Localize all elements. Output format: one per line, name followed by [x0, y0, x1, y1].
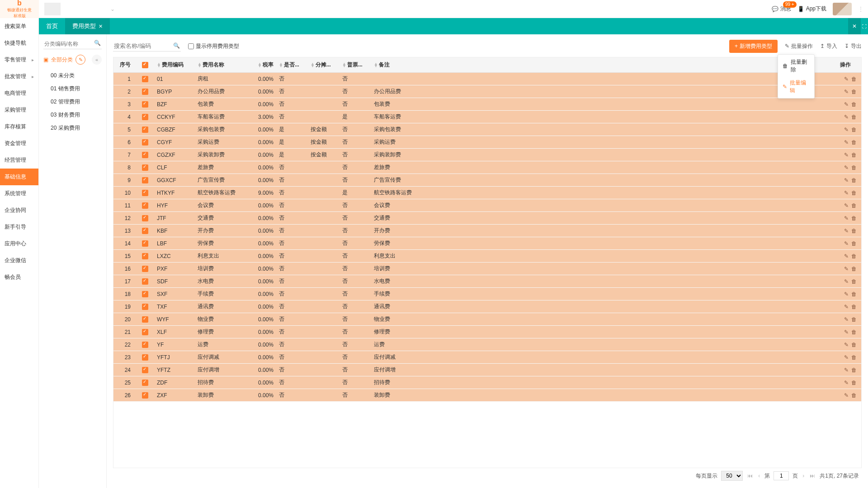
sidebar-item[interactable]: 批发管理▸ [0, 68, 38, 85]
row-edit-icon[interactable]: ✎ [844, 316, 849, 323]
table-row[interactable]: 5CGBZF采购包装费0.00%是按金额否采购包装费✎🗑 [113, 123, 861, 136]
row-checkbox[interactable] [142, 215, 148, 221]
sidebar-item[interactable]: 系统管理 [0, 185, 38, 202]
sidebar-item[interactable]: 畅会员 [0, 269, 38, 286]
cell-select[interactable] [136, 250, 154, 263]
table-row[interactable]: 9GGXCF广告宣传费0.00%否否广告宣传费✎🗑 [113, 174, 861, 187]
cell-select[interactable] [136, 313, 154, 326]
row-checkbox[interactable] [142, 329, 148, 335]
row-delete-icon[interactable]: 🗑 [851, 164, 857, 171]
row-delete-icon[interactable]: 🗑 [851, 139, 857, 145]
row-edit-icon[interactable]: ✎ [844, 177, 849, 183]
sidebar-item[interactable]: 采购管理 [0, 102, 38, 118]
row-checkbox[interactable] [142, 316, 148, 323]
row-edit-icon[interactable]: ✎ [844, 228, 849, 234]
category-search-input[interactable] [43, 39, 102, 49]
row-checkbox[interactable] [142, 101, 148, 108]
row-checkbox[interactable] [142, 190, 148, 196]
row-edit-icon[interactable]: ✎ [844, 202, 849, 209]
page-input[interactable] [774, 471, 789, 480]
row-checkbox[interactable] [142, 380, 148, 386]
row-checkbox[interactable] [142, 152, 148, 158]
row-checkbox[interactable] [142, 354, 148, 361]
close-all-tabs-button[interactable]: ✕ [848, 18, 861, 34]
row-edit-icon[interactable]: ✎ [844, 101, 849, 108]
batch-delete-item[interactable]: 🗑 批量删除 [778, 56, 814, 76]
cell-select[interactable] [136, 174, 154, 187]
row-delete-icon[interactable]: 🗑 [851, 190, 857, 196]
row-edit-icon[interactable]: ✎ [844, 114, 849, 120]
row-checkbox[interactable] [142, 266, 148, 272]
category-item[interactable]: 03 财务费用 [39, 108, 106, 122]
app-download-button[interactable]: 📱 App下载 [797, 5, 826, 13]
sidebar-item[interactable]: 经营管理 [0, 152, 38, 169]
category-item[interactable]: 00 未分类 [39, 69, 106, 82]
col-name[interactable]: ▲▼费用名称 [195, 57, 249, 73]
row-checkbox[interactable] [142, 177, 148, 183]
row-edit-icon[interactable]: ✎ [844, 367, 849, 373]
row-checkbox[interactable] [142, 304, 148, 310]
sidebar-item[interactable]: 应用中心 [0, 235, 38, 252]
search-icon[interactable]: 🔍 [173, 42, 180, 49]
cell-select[interactable] [136, 389, 154, 402]
prev-page-button[interactable]: ‹ [757, 473, 761, 479]
row-checkbox[interactable] [142, 114, 148, 120]
sidebar-item[interactable]: 企业协同 [0, 202, 38, 219]
row-edit-icon[interactable]: ✎ [844, 215, 849, 221]
next-page-button[interactable]: › [802, 473, 805, 479]
close-tab-icon[interactable]: ✕ [99, 23, 103, 29]
row-edit-icon[interactable]: ✎ [844, 164, 849, 171]
search-input[interactable] [113, 41, 181, 52]
table-row[interactable]: 101房租0.00%否否✎🗑 [113, 73, 861, 85]
table-row[interactable]: 16PXF培训费0.00%否否培训费✎🗑 [113, 263, 861, 275]
cell-select[interactable] [136, 149, 154, 161]
sidebar-item[interactable]: 快捷导航 [0, 35, 38, 52]
row-delete-icon[interactable]: 🗑 [851, 278, 857, 285]
user-avatar[interactable] [833, 3, 852, 15]
row-delete-icon[interactable]: 🗑 [851, 89, 857, 95]
row-edit-icon[interactable]: ✎ [844, 266, 849, 272]
category-item[interactable]: 01 销售费用 [39, 82, 106, 95]
cell-select[interactable] [136, 187, 154, 199]
row-delete-icon[interactable]: 🗑 [851, 101, 857, 108]
sidebar-item[interactable]: 资金管理 [0, 135, 38, 152]
row-delete-icon[interactable]: 🗑 [851, 329, 857, 335]
row-edit-icon[interactable]: ✎ [844, 329, 849, 335]
table-row[interactable]: 20WYF物业费0.00%否否物业费✎🗑 [113, 313, 861, 326]
table-row[interactable]: 11HYF会议费0.00%否否会议费✎🗑 [113, 199, 861, 212]
table-row[interactable]: 7CGZXF采购装卸费0.00%是按金额否采购装卸费✎🗑 [113, 149, 861, 161]
row-delete-icon[interactable]: 🗑 [851, 380, 857, 386]
category-item[interactable]: 02 管理费用 [39, 95, 106, 108]
sidebar-item[interactable]: 零售管理▸ [0, 52, 38, 68]
row-delete-icon[interactable]: 🗑 [851, 253, 857, 259]
table-row[interactable]: 22YF运费0.00%否否运费✎🗑 [113, 338, 861, 351]
row-delete-icon[interactable]: 🗑 [851, 266, 857, 272]
row-edit-icon[interactable]: ✎ [844, 304, 849, 310]
row-checkbox[interactable] [142, 392, 148, 399]
table-row[interactable]: 15LXZC利息支出0.00%否否利息支出✎🗑 [113, 250, 861, 263]
category-all-row[interactable]: ▣ 全部分类 ✎ « [39, 52, 106, 67]
row-checkbox[interactable] [142, 89, 148, 95]
table-row[interactable]: 3BZF包装费0.00%否否包装费✎🗑 [113, 98, 861, 111]
cell-select[interactable] [136, 263, 154, 275]
col-apportion[interactable]: ▲▼分摊... [308, 57, 340, 73]
row-edit-icon[interactable]: ✎ [844, 127, 849, 133]
row-edit-icon[interactable]: ✎ [844, 240, 849, 247]
row-edit-icon[interactable]: ✎ [844, 342, 849, 348]
tab[interactable]: 首页 [39, 18, 65, 34]
row-delete-icon[interactable]: 🗑 [851, 228, 857, 234]
row-checkbox[interactable] [142, 342, 148, 348]
table-row[interactable]: 14LBF劳保费0.00%否否劳保费✎🗑 [113, 237, 861, 250]
row-delete-icon[interactable]: 🗑 [851, 152, 857, 158]
row-delete-icon[interactable]: 🗑 [851, 304, 857, 310]
cell-select[interactable] [136, 288, 154, 300]
row-delete-icon[interactable]: 🗑 [851, 291, 857, 297]
cell-select[interactable] [136, 136, 154, 149]
row-checkbox[interactable] [142, 278, 148, 285]
table-row[interactable]: 17SDF水电费0.00%否否水电费✎🗑 [113, 275, 861, 288]
sidebar-item[interactable]: 电商管理 [0, 85, 38, 102]
row-delete-icon[interactable]: 🗑 [851, 342, 857, 348]
cell-select[interactable] [136, 161, 154, 174]
row-edit-icon[interactable]: ✎ [844, 76, 849, 82]
per-page-select[interactable]: 50 [721, 471, 743, 481]
